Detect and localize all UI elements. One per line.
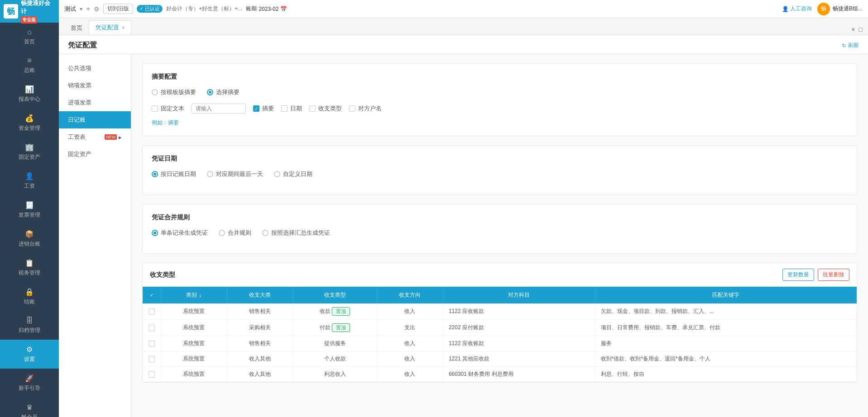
row-check-5[interactable] <box>143 367 161 382</box>
row-subject-5: 660301 财务费用 利息费用 <box>443 367 595 382</box>
radio-journal-date[interactable]: 按日记账日期 <box>152 170 196 178</box>
row-major-2: 采购相关 <box>227 320 293 336</box>
body-area: 公共选项 销项发票 进项发票 日记账 工资表 NEW ▸ <box>59 54 868 417</box>
tab-close-icon[interactable]: × <box>122 25 125 30</box>
tab-home[interactable]: 首页 <box>64 21 89 35</box>
left-nav-sales-label: 销项发票 <box>68 81 91 90</box>
settings-topbar-icon[interactable]: ⚙ <box>94 5 100 13</box>
left-nav-fixed-asset-label: 固定资产 <box>68 150 91 158</box>
radio-template-circle <box>152 89 158 95</box>
ledger-icon: ≡ <box>27 57 31 65</box>
row-checkbox-4[interactable] <box>149 356 155 362</box>
checkbox-category[interactable]: 收支类型 <box>309 104 342 113</box>
row-category-3: 系统预置 <box>161 336 227 351</box>
checkbox-fixed-label: 固定文本 <box>161 104 184 113</box>
service-btn[interactable]: 👤 人工咨询 <box>782 5 812 13</box>
row-check-4[interactable] <box>143 351 161 367</box>
summary-checkbox-row: 固定文本 ✓ 摘要 日期 收支类型 <box>152 104 848 114</box>
sidebar-item-funds[interactable]: 💰 资金管理 <box>0 109 59 137</box>
sidebar-item-close-account[interactable]: 🔒 结账 <box>0 282 59 311</box>
sidebar-item-fixed-assets[interactable]: 🏢 固定资产 <box>0 137 59 166</box>
row-checkbox-3[interactable] <box>149 341 155 347</box>
row-category-1: 系统预置 <box>161 303 227 320</box>
left-nav-salary[interactable]: 工资表 NEW ▸ <box>59 128 131 146</box>
radio-single-circle <box>152 230 158 236</box>
fullscreen-btn[interactable]: □ <box>859 26 863 33</box>
row-check-3[interactable] <box>143 336 161 351</box>
sidebar-item-member[interactable]: ♛ 畅会员 <box>0 398 59 417</box>
sidebar-item-tax[interactable]: 📋 税务管理 <box>0 253 59 282</box>
certified-label: 已认证 <box>145 5 160 12</box>
switch-version-btn[interactable]: 切到旧版 <box>103 4 133 14</box>
checkbox-summary-label: 摘要 <box>262 104 274 113</box>
row-check-1[interactable] <box>143 303 161 320</box>
row-direction-2: 支出 <box>377 320 443 336</box>
topbar: 测试 ▾ + ⚙ 切到旧版 ✓ 已认证 好会计（专）+好生意（标）+... 账期… <box>59 0 868 18</box>
radio-template[interactable]: 按模板版摘要 <box>152 88 196 96</box>
sidebar-item-purchase-sales[interactable]: 📦 进销台账 <box>0 224 59 253</box>
row-check-2[interactable] <box>143 320 161 336</box>
radio-last-day-circle <box>207 171 213 177</box>
left-nav-public[interactable]: 公共选项 <box>59 60 131 77</box>
archive-icon: 🗄 <box>26 317 33 325</box>
sort-icon: ↓ <box>199 292 201 299</box>
checkbox-date[interactable]: 日期 <box>281 104 302 113</box>
row-direction-5: 收入 <box>377 367 443 382</box>
sidebar-item-invoice[interactable]: 🧾 发票管理 <box>0 195 59 224</box>
radio-select[interactable]: 选择摘要 <box>207 88 240 96</box>
close-window-btn[interactable]: × <box>851 26 855 33</box>
sidebar-item-archive[interactable]: 🗄 归档管理 <box>0 311 59 340</box>
sidebar-item-salary[interactable]: 👤 工资 <box>0 166 59 195</box>
row-badge-1: 置顶 <box>332 307 350 316</box>
refresh-btn[interactable]: ↻ 刷新 <box>842 42 859 49</box>
checkbox-summary-box: ✓ <box>253 105 259 112</box>
row-checkbox-2[interactable] <box>149 325 155 331</box>
row-checkbox-5[interactable] <box>149 371 155 378</box>
fixed-text-input[interactable] <box>192 104 246 114</box>
radio-merge[interactable]: 合并规则 <box>219 229 251 237</box>
tab-voucher-config[interactable]: 凭证配置 × <box>89 20 131 35</box>
topbar-right: 👤 人工咨询 畅 畅捷通B组... <box>782 3 863 15</box>
delete-btn[interactable]: 批量删除 <box>818 269 849 281</box>
sidebar-item-reports[interactable]: 📊 报表中心 <box>0 80 59 109</box>
left-nav-sales[interactable]: 销项发票 <box>59 77 131 94</box>
update-btn[interactable]: 更新数量 <box>782 269 814 281</box>
radio-custom-date-label: 自定义日期 <box>283 170 312 178</box>
checkbox-counterparty[interactable]: 对方户名 <box>349 104 382 113</box>
sidebar-item-newbie[interactable]: 🚀 新手引导 <box>0 369 59 398</box>
sidebar-item-settings[interactable]: ⚙ 设置 <box>0 340 59 369</box>
calendar-icon[interactable]: 📅 <box>280 6 287 12</box>
left-nav-salary-label: 工资表 <box>68 133 86 141</box>
company-dropdown-icon[interactable]: ▾ <box>80 6 82 12</box>
checkbox-fixed[interactable]: 固定文本 <box>152 104 184 113</box>
row-checkbox-1[interactable] <box>149 308 155 315</box>
sidebar-item-invoice-label: 发票管理 <box>19 211 40 219</box>
row-keywords-5: 利息、行转、按自 <box>595 367 857 382</box>
left-nav: 公共选项 销项发票 进项发票 日记账 工资表 NEW ▸ <box>59 54 131 417</box>
sidebar-item-purchase-sales-label: 进销台账 <box>19 240 40 248</box>
th-category-label: 类别 <box>186 291 197 299</box>
table-head: ✓ 类别 ↓ 收支大类 收支类型 收支方向 <box>143 287 857 303</box>
select-all-checkbox[interactable]: ✓ <box>149 292 155 299</box>
radio-custom-date[interactable]: 自定义日期 <box>274 170 312 178</box>
sidebar-item-close-account-label: 结账 <box>24 298 35 306</box>
checkbox-fixed-box <box>152 105 158 112</box>
category-table: ✓ 类别 ↓ 收支大类 收支类型 收支方向 <box>143 287 857 382</box>
left-nav-journal[interactable]: 日记账 <box>59 111 131 128</box>
checkbox-summary[interactable]: ✓ 摘要 <box>253 104 274 113</box>
radio-last-day[interactable]: 对应期间最后一天 <box>207 170 263 178</box>
sidebar-item-home[interactable]: ⌂ 首页 <box>0 23 59 51</box>
radio-single[interactable]: 单条记录生成凭证 <box>152 229 208 237</box>
left-nav-fixed-asset[interactable]: 固定资产 <box>59 146 131 163</box>
add-button[interactable]: + <box>86 5 90 13</box>
sidebar-item-ledger[interactable]: ≡ 总账 <box>0 51 59 80</box>
table-row: 系统预置 收入其他 个人收款 收入 1221 其他应收款 收到*借款、收到*备用… <box>143 351 857 367</box>
summary-radio-group: 按模板版摘要 选择摘要 <box>152 88 848 96</box>
radio-summary-gen[interactable]: 按照选择汇总生成凭证 <box>262 229 330 237</box>
page-header: 凭证配置 ↻ 刷新 <box>59 35 868 54</box>
period: 账期 2023-02 📅 <box>246 5 287 13</box>
sidebar-item-newbie-label: 新手引导 <box>19 384 40 392</box>
content: 凭证配置 ↻ 刷新 公共选项 销项发票 进项发票 日记账 <box>59 35 868 417</box>
left-nav-purchase[interactable]: 进项发票 <box>59 94 131 111</box>
th-keywords: 匹配关键字 <box>595 287 857 303</box>
